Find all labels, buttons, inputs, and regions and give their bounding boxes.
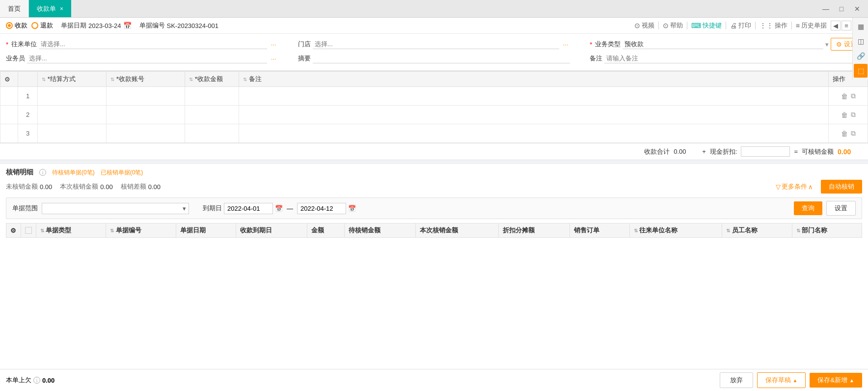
- discount-input[interactable]: [741, 146, 790, 157]
- shop-dots[interactable]: ···: [561, 41, 570, 48]
- row2-copy-icon[interactable]: ⧉: [851, 111, 856, 119]
- row2-account[interactable]: [107, 106, 185, 124]
- row1-remark-input[interactable]: [239, 87, 828, 105]
- row1-copy-icon[interactable]: ⧉: [851, 92, 856, 100]
- row3-settlement[interactable]: [38, 124, 107, 143]
- tab-receipt[interactable]: 收款单 ×: [29, 0, 71, 17]
- tab-home[interactable]: 首页: [0, 0, 29, 17]
- row2-settlement[interactable]: [38, 106, 107, 124]
- verify-info-icon[interactable]: i: [39, 169, 46, 176]
- row3-amount-input[interactable]: [185, 124, 239, 142]
- available-label: 可核销金额: [802, 147, 834, 156]
- note-input[interactable]: [604, 54, 862, 63]
- detail-billno-header[interactable]: ⇅ 单据编号: [106, 223, 176, 238]
- range-select[interactable]: [42, 203, 189, 214]
- date-from-input[interactable]: [224, 203, 273, 214]
- detail-salesorder-header[interactable]: 销售订单: [570, 223, 629, 238]
- maximize-button[interactable]: □: [835, 2, 848, 16]
- biz-input[interactable]: [623, 39, 823, 49]
- rp-link-icon[interactable]: 🔗: [854, 49, 868, 63]
- detail-staff-header[interactable]: ⇅ 员工名称: [722, 223, 792, 238]
- done-tab-link[interactable]: 已核销单据(0笔): [101, 168, 143, 177]
- row1-account-input[interactable]: [107, 87, 185, 105]
- row3-remark[interactable]: [239, 124, 829, 143]
- row2-settlement-input[interactable]: [38, 106, 106, 124]
- cal-from-icon[interactable]: 📅: [275, 205, 283, 212]
- close-button[interactable]: ✕: [850, 2, 864, 16]
- auto-verify-button[interactable]: 自动核销: [821, 180, 862, 194]
- detail-date-header[interactable]: 单据日期: [176, 223, 236, 238]
- partner-input[interactable]: [39, 39, 267, 49]
- nav-list[interactable]: ≡: [841, 21, 851, 30]
- partner-dots[interactable]: ···: [269, 41, 278, 48]
- detail-discount-header[interactable]: 折扣分摊额: [498, 223, 570, 238]
- row1-amount[interactable]: [185, 87, 239, 106]
- date-dash: —: [287, 205, 293, 212]
- table-settlement-header[interactable]: ⇅ *结算方式: [38, 72, 107, 87]
- row2-amount[interactable]: [185, 106, 239, 124]
- row2-amount-input[interactable]: [185, 106, 239, 124]
- row3-delete-icon[interactable]: 🗑: [841, 130, 848, 138]
- detail-type-header[interactable]: ⇅ 单据类型: [36, 223, 106, 238]
- save-new-button[interactable]: 保存&新增 ▲: [810, 373, 862, 388]
- save-draft-button[interactable]: 保存草稿 ▲: [757, 372, 806, 388]
- row1-delete-icon[interactable]: 🗑: [841, 92, 848, 100]
- more-filter-link[interactable]: ▽ 更多条件 ∧: [776, 182, 813, 191]
- date-to-input[interactable]: [297, 203, 346, 214]
- row3-account-input[interactable]: [107, 124, 185, 142]
- history-btn[interactable]: ≡ 历史单据: [796, 21, 827, 30]
- abandon-button[interactable]: 放弃: [720, 372, 753, 388]
- nav-prev[interactable]: ◀: [831, 21, 841, 30]
- staff-dots[interactable]: ···: [269, 55, 278, 62]
- operate-btn[interactable]: ⋮⋮ 操作: [760, 21, 787, 30]
- row1-amount-input[interactable]: [185, 87, 239, 105]
- row1-settlement-input[interactable]: [38, 87, 106, 105]
- query-button[interactable]: 查询: [794, 201, 822, 215]
- row3-copy-icon[interactable]: ⧉: [851, 129, 856, 138]
- table-account-header[interactable]: ⇅ *收款账号: [107, 72, 185, 87]
- detail-setting-button[interactable]: 设置: [826, 201, 856, 216]
- detail-dept-header[interactable]: ⇅ 部门名称: [792, 223, 862, 238]
- table-gear-header[interactable]: ⚙: [0, 72, 18, 87]
- rp-table-icon[interactable]: ▦: [854, 20, 868, 33]
- row3-amount[interactable]: [185, 124, 239, 143]
- row3-account[interactable]: [107, 124, 185, 143]
- row2-account-input[interactable]: [107, 106, 185, 124]
- row2-remark[interactable]: [239, 106, 829, 124]
- row2-remark-input[interactable]: [239, 106, 828, 124]
- table-amount-header[interactable]: ⇅ *收款金额: [185, 72, 239, 87]
- radio-refund[interactable]: 退款: [31, 21, 53, 30]
- detail-pending-header[interactable]: 待核销金额: [345, 223, 416, 238]
- shop-input[interactable]: [313, 39, 559, 49]
- row1-settlement[interactable]: [38, 87, 107, 106]
- rp-sheet-icon[interactable]: ◫: [854, 34, 868, 48]
- row1-remark[interactable]: [239, 87, 829, 106]
- tab-close-icon[interactable]: ×: [60, 5, 63, 12]
- detail-checkbox-header[interactable]: [21, 223, 36, 238]
- staff-input[interactable]: [27, 54, 267, 63]
- print-btn[interactable]: 🖨 打印: [730, 21, 751, 30]
- rp-expand-icon[interactable]: ⬚: [854, 64, 868, 78]
- help-btn[interactable]: ⊙ 帮助: [663, 21, 683, 30]
- radio-receipt[interactable]: 收款: [6, 21, 27, 30]
- detail-duedate-header[interactable]: 收款到期日: [236, 223, 307, 238]
- row1-account[interactable]: [107, 87, 185, 106]
- cal-to-icon[interactable]: 📅: [348, 205, 356, 212]
- row3-remark-input[interactable]: [239, 124, 828, 142]
- pending-tab-link[interactable]: 待核销单据(0笔): [52, 168, 95, 177]
- minimize-button[interactable]: —: [819, 2, 833, 16]
- detail-amount-header[interactable]: 金额: [307, 223, 344, 238]
- abstract-input[interactable]: [313, 54, 570, 63]
- video-btn[interactable]: ⊙ 视频: [634, 21, 654, 30]
- row3-settlement-input[interactable]: [38, 124, 106, 142]
- section-divider: [0, 160, 868, 164]
- biz-chevron[interactable]: ▾: [825, 41, 829, 48]
- detail-partner-header[interactable]: ⇅ 往来单位名称: [629, 223, 722, 238]
- select-all-checkbox[interactable]: [25, 227, 32, 234]
- shortcut-btn[interactable]: ⌨ 快捷键: [691, 21, 722, 30]
- detail-gear-header[interactable]: ⚙: [6, 223, 21, 238]
- detail-current-header[interactable]: 本次核销金额: [416, 223, 498, 238]
- calendar-icon[interactable]: 📅: [123, 22, 132, 29]
- row2-delete-icon[interactable]: 🗑: [841, 111, 848, 119]
- help-icon: ⊙: [663, 22, 669, 29]
